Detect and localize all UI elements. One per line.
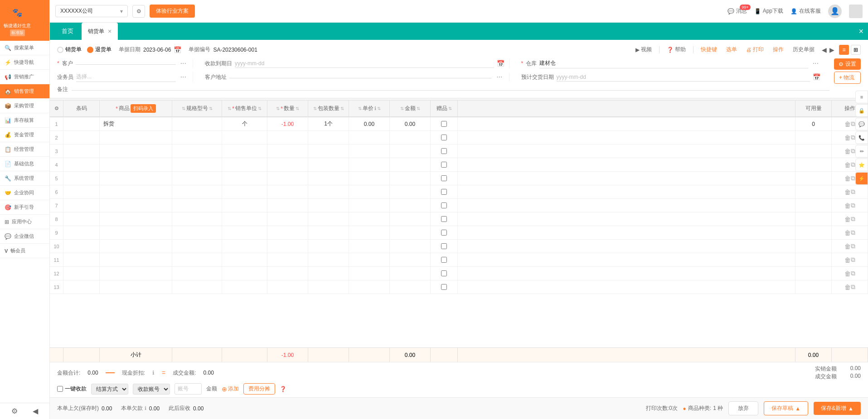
date-value[interactable]: 2023-06-06: [143, 47, 171, 53]
cost-info-icon[interactable]: ❓: [280, 386, 286, 392]
discount-info-icon[interactable]: ℹ: [152, 370, 155, 376]
collapse-icon[interactable]: ◀: [33, 407, 38, 415]
cost-split-button[interactable]: 费用分摊: [243, 383, 275, 395]
sidebar-item-quicknav[interactable]: ⚡ 快捷导航: [0, 55, 49, 70]
th-unit-sort2[interactable]: ⇅: [258, 106, 262, 111]
th-amount-sort2[interactable]: ⇅: [417, 106, 420, 111]
copy-icon-2[interactable]: ⧉: [851, 134, 855, 141]
customer-address-dots-btn[interactable]: ···: [495, 73, 504, 81]
customer-address-input[interactable]: [229, 76, 492, 78]
float-btn-2[interactable]: 🔒: [855, 104, 868, 117]
sidebar-item-finance[interactable]: 💰 资金管理: [0, 128, 49, 142]
td-product-1[interactable]: 拆货: [100, 117, 172, 130]
help-btn[interactable]: ❓ 帮助: [664, 44, 689, 55]
td-pkgqty-2[interactable]: [308, 131, 349, 144]
save-draft-button[interactable]: 保存草稿 ▲: [764, 401, 808, 415]
date-calendar-icon[interactable]: 📅: [174, 46, 181, 53]
td-qty-1[interactable]: -1.00: [267, 117, 308, 130]
td-product-2[interactable]: [100, 131, 172, 144]
app-download-button[interactable]: 📱 App下载: [754, 7, 783, 15]
sidebar-item-member[interactable]: V 畅会员: [0, 244, 49, 258]
one-click-payment-group[interactable]: 一键收款: [57, 385, 87, 393]
th-unit-sort[interactable]: ⇅: [228, 106, 231, 111]
settlement-account-select[interactable]: 收款账号: [133, 384, 170, 395]
sidebar-item-sales[interactable]: 🏠 销售管理: [0, 84, 49, 99]
radio-return-order[interactable]: 退货单: [87, 46, 112, 53]
float-btn-4[interactable]: 📞: [855, 131, 868, 144]
td-remark-2[interactable]: [458, 131, 795, 144]
td-pkgqty-1[interactable]: 1个: [308, 117, 349, 130]
td-unit-1[interactable]: 个: [222, 117, 267, 130]
th-settings[interactable]: ⚙: [50, 101, 63, 116]
td-price-1[interactable]: 0.00: [349, 117, 390, 130]
th-qty-sort2[interactable]: ⇅: [296, 106, 299, 111]
sidebar-item-system[interactable]: 🔧 系统管理: [0, 171, 49, 186]
message-button[interactable]: 💬 消息 99+: [727, 7, 747, 15]
sidebar-item-purchase[interactable]: 📦 采购管理: [0, 99, 49, 113]
sidebar-item-newbie[interactable]: 🎯 新手引导: [0, 200, 49, 215]
customer-dots-btn[interactable]: ···: [179, 59, 188, 67]
th-price-info[interactable]: ℹ: [374, 106, 376, 111]
view-list-btn[interactable]: ≡: [839, 45, 849, 55]
sidebar-item-apps[interactable]: ⊞ 应用中心: [0, 215, 49, 229]
logistics-button[interactable]: + 物流: [834, 72, 861, 84]
product-type-radio-icon[interactable]: ●: [683, 405, 686, 412]
view-grid-btn[interactable]: ⊞: [851, 45, 861, 55]
operation-btn[interactable]: 操作: [770, 44, 786, 55]
td-gift-1[interactable]: [431, 117, 458, 130]
settings-bottom-icon[interactable]: ⚙: [11, 407, 18, 415]
delete-icon-2[interactable]: 🗑: [844, 134, 851, 141]
radio-sales-order[interactable]: 销货单: [57, 46, 82, 53]
account-placeholder-field[interactable]: 账号: [175, 383, 202, 395]
nav-prev[interactable]: ◀: [821, 45, 828, 54]
td-spec-1[interactable]: [172, 117, 222, 130]
sidebar-item-management[interactable]: 📋 经营管理: [0, 142, 49, 157]
float-btn-6[interactable]: ⭐: [855, 159, 868, 171]
add-button[interactable]: ⊕ 添加: [222, 385, 239, 393]
delete-icon-1[interactable]: 🗑: [844, 120, 851, 128]
all-tabs-close[interactable]: ×: [858, 27, 863, 36]
sidebar-item-search[interactable]: 🔍 搜索菜单: [0, 41, 49, 55]
td-unit-2[interactable]: [222, 131, 267, 144]
sidebar-item-collab[interactable]: 🤝 企业协同: [0, 186, 49, 200]
sidebar-item-marketing[interactable]: 📢 营销推广: [0, 70, 49, 84]
td-gift-2[interactable]: [431, 131, 458, 144]
th-qty-sort[interactable]: ⇅: [276, 106, 280, 111]
td-qty-2[interactable]: [267, 131, 308, 144]
sidebar-item-basic[interactable]: 📄 基础信息: [0, 157, 49, 171]
tab-close-icon[interactable]: ×: [108, 28, 112, 35]
one-click-payment-checkbox[interactable]: [57, 386, 63, 392]
expected-date-input[interactable]: yyyy-mm-dd: [557, 73, 810, 82]
th-price-sort2[interactable]: ⇅: [377, 106, 381, 111]
float-btn-7[interactable]: ⚡: [855, 172, 868, 185]
sidebar-item-inventory[interactable]: 📊 库存核算: [0, 113, 49, 128]
td-remark-1[interactable]: [458, 117, 795, 130]
th-spec-sort[interactable]: ⇅: [182, 106, 185, 111]
td-barcode-1[interactable]: [63, 117, 100, 130]
salesperson-input[interactable]: 选择...: [76, 72, 176, 82]
gift-checkbox-1[interactable]: [441, 121, 447, 127]
company-select[interactable]: XXXXXX公司 ▾: [55, 5, 128, 17]
expected-calendar-icon[interactable]: 📅: [813, 73, 820, 81]
warehouse-dots-btn[interactable]: ···: [811, 59, 820, 67]
settlement-method-select[interactable]: 结算方式: [91, 384, 128, 395]
shortcut-btn[interactable]: 快捷键: [698, 44, 720, 55]
float-btn-3[interactable]: 💬: [855, 118, 868, 130]
th-pkgqty-sort[interactable]: ⇅: [313, 106, 317, 111]
copy-icon-1[interactable]: ⧉: [851, 120, 855, 128]
scan-button[interactable]: 扫码录入: [131, 104, 156, 113]
th-amount-sort[interactable]: ⇅: [400, 106, 404, 111]
customer-input[interactable]: [76, 63, 176, 65]
online-service-button[interactable]: 👤 在线客服: [790, 7, 821, 15]
user-avatar[interactable]: 👤: [828, 5, 842, 18]
gift-checkbox-2[interactable]: [441, 135, 447, 140]
receipt-calendar-icon[interactable]: 📅: [497, 60, 504, 67]
tab-sales-order[interactable]: 销货单 ×: [82, 23, 118, 40]
print-btn[interactable]: 🖨 打印: [743, 44, 766, 55]
receipt-date-input[interactable]: yyyy-mm-dd: [235, 59, 494, 68]
save-new-button[interactable]: 保存&新增 ▲: [814, 402, 861, 415]
float-btn-5[interactable]: ✏: [855, 145, 868, 158]
owed-info-icon[interactable]: ℹ: [145, 405, 146, 411]
settings-gear-button[interactable]: ⚙: [132, 5, 145, 18]
nav-next[interactable]: ▶: [829, 45, 835, 54]
